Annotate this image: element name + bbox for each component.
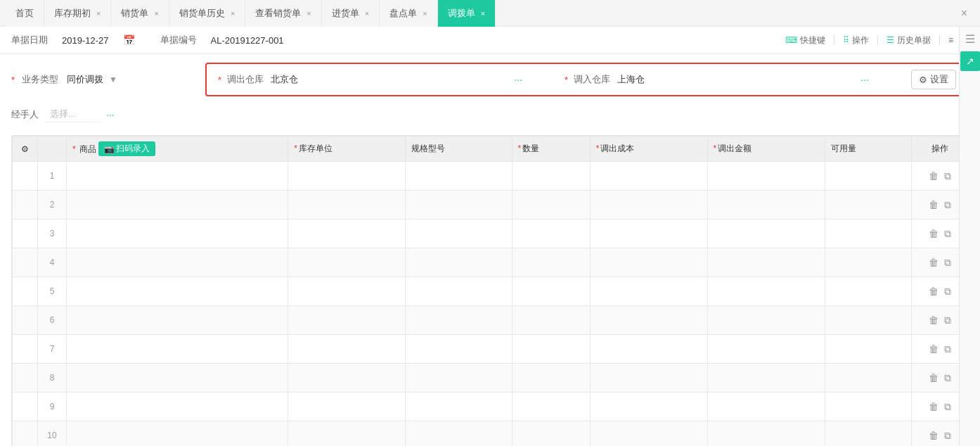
tab-close-all[interactable]: × xyxy=(954,7,974,20)
delete-icon-6[interactable]: 🗑 xyxy=(929,314,939,326)
cell-spec-4[interactable] xyxy=(406,248,512,277)
tab-transfer-order[interactable]: 调拨单 × xyxy=(438,0,496,27)
cell-available-6[interactable] xyxy=(825,306,911,335)
cell-spec-6[interactable] xyxy=(406,306,512,335)
tab-view-sales-close[interactable]: × xyxy=(307,9,311,18)
delete-icon-4[interactable]: 🗑 xyxy=(929,257,939,268)
tab-sales-history-close[interactable]: × xyxy=(231,9,235,18)
copy-icon-8[interactable]: ⧉ xyxy=(944,372,951,384)
calendar-icon[interactable]: 📅 xyxy=(123,34,135,46)
cell-unit-9[interactable] xyxy=(288,393,406,421)
cell-amount-6[interactable] xyxy=(707,306,825,335)
cell-cost-2[interactable] xyxy=(590,191,707,219)
delete-icon-8[interactable]: 🗑 xyxy=(929,372,939,383)
copy-icon-3[interactable]: ⧉ xyxy=(944,228,951,240)
cell-product-7[interactable] xyxy=(67,335,288,364)
delete-icon-2[interactable]: 🗑 xyxy=(929,199,939,210)
cell-spec-1[interactable] xyxy=(406,162,512,191)
sidebar-expand-icon[interactable]: ↗ xyxy=(960,51,980,71)
tab-sales-history[interactable]: 销货单历史 × xyxy=(169,0,245,27)
cell-available-2[interactable] xyxy=(825,191,911,219)
cell-spec-7[interactable] xyxy=(406,335,512,364)
settings-button[interactable]: ⚙ 设置 xyxy=(911,70,956,89)
copy-icon-2[interactable]: ⧉ xyxy=(944,199,951,211)
cell-available-4[interactable] xyxy=(825,248,911,277)
delete-icon-5[interactable]: 🗑 xyxy=(929,286,939,297)
cell-spec-8[interactable] xyxy=(406,364,512,393)
cell-unit-1[interactable] xyxy=(288,162,406,191)
cell-available-10[interactable] xyxy=(825,421,911,447)
cell-qty-4[interactable] xyxy=(512,248,590,277)
tab-inventory-init-close[interactable]: × xyxy=(96,9,101,18)
cell-unit-8[interactable] xyxy=(288,364,406,393)
cell-qty-5[interactable] xyxy=(512,277,590,306)
cell-available-7[interactable] xyxy=(825,335,911,364)
cell-product-3[interactable] xyxy=(67,219,288,248)
cell-product-8[interactable] xyxy=(67,364,288,393)
cell-product-4[interactable] xyxy=(67,248,288,277)
cell-cost-1[interactable] xyxy=(590,162,707,191)
shortcuts-btn[interactable]: ⌨ 快捷键 xyxy=(785,34,825,46)
cell-unit-6[interactable] xyxy=(288,306,406,335)
cell-unit-7[interactable] xyxy=(288,335,406,364)
cell-unit-4[interactable] xyxy=(288,248,406,277)
cell-spec-10[interactable] xyxy=(406,421,512,447)
cell-qty-9[interactable] xyxy=(512,393,590,421)
cell-amount-5[interactable] xyxy=(707,277,825,306)
business-type-dropdown[interactable]: ▼ xyxy=(109,75,117,84)
copy-icon-5[interactable]: ⧉ xyxy=(944,286,951,298)
cell-unit-5[interactable] xyxy=(288,277,406,306)
cell-amount-9[interactable] xyxy=(707,393,825,421)
tab-sales-order-close[interactable]: × xyxy=(154,9,158,18)
cell-product-10[interactable] xyxy=(67,421,288,447)
cell-qty-6[interactable] xyxy=(512,306,590,335)
delete-icon-3[interactable]: 🗑 xyxy=(929,228,939,239)
cell-available-5[interactable] xyxy=(825,277,911,306)
copy-icon-10[interactable]: ⧉ xyxy=(944,430,951,442)
cell-qty-1[interactable] xyxy=(512,162,590,191)
copy-icon-1[interactable]: ⧉ xyxy=(944,170,951,182)
sidebar-list-icon[interactable]: ☰ xyxy=(965,32,975,46)
copy-icon-9[interactable]: ⧉ xyxy=(944,401,951,413)
cell-qty-8[interactable] xyxy=(512,364,590,393)
cell-product-1[interactable] xyxy=(67,162,288,191)
tab-purchase-order[interactable]: 进货单 × xyxy=(322,0,380,27)
cell-product-2[interactable] xyxy=(67,191,288,219)
cell-available-9[interactable] xyxy=(825,393,911,421)
copy-icon-6[interactable]: ⧉ xyxy=(944,314,951,326)
cell-available-1[interactable] xyxy=(825,162,911,191)
out-warehouse-more[interactable]: ··· xyxy=(514,74,522,85)
cell-qty-2[interactable] xyxy=(512,191,590,219)
cell-amount-7[interactable] xyxy=(707,335,825,364)
agent-more[interactable]: ··· xyxy=(106,109,115,120)
operations-btn[interactable]: ⠿ 操作 xyxy=(843,34,869,46)
tab-inventory-check[interactable]: 盘点单 × xyxy=(380,0,437,27)
tab-inventory-init[interactable]: 库存期初 × xyxy=(44,0,111,27)
scan-button[interactable]: 📷 扫码录入 xyxy=(98,141,155,156)
cell-available-8[interactable] xyxy=(825,364,911,393)
cell-qty-10[interactable] xyxy=(512,421,590,447)
delete-icon-1[interactable]: 🗑 xyxy=(929,170,939,181)
delete-icon-10[interactable]: 🗑 xyxy=(929,430,939,441)
tab-sales-order[interactable]: 销货单 × xyxy=(111,0,169,27)
copy-icon-7[interactable]: ⧉ xyxy=(944,343,951,355)
cell-amount-3[interactable] xyxy=(707,219,825,248)
cell-cost-9[interactable] xyxy=(590,393,707,421)
layout-btn-1[interactable]: ≡ xyxy=(948,35,953,45)
tab-transfer-order-close[interactable]: × xyxy=(481,9,485,18)
in-warehouse-more[interactable]: ··· xyxy=(860,74,869,85)
history-btn[interactable]: ☰ 历史单据 xyxy=(886,34,931,46)
tab-view-sales[interactable]: 查看销货单 × xyxy=(245,0,321,27)
cell-spec-5[interactable] xyxy=(406,277,512,306)
cell-amount-1[interactable] xyxy=(707,162,825,191)
cell-cost-3[interactable] xyxy=(590,219,707,248)
cell-cost-5[interactable] xyxy=(590,277,707,306)
tab-home[interactable]: 首页 xyxy=(6,0,44,27)
tab-purchase-order-close[interactable]: × xyxy=(365,9,369,18)
cell-unit-10[interactable] xyxy=(288,421,406,447)
cell-qty-7[interactable] xyxy=(512,335,590,364)
cell-product-5[interactable] xyxy=(67,277,288,306)
cell-amount-10[interactable] xyxy=(707,421,825,447)
col-settings[interactable]: ⚙ xyxy=(13,136,38,162)
cell-cost-4[interactable] xyxy=(590,248,707,277)
